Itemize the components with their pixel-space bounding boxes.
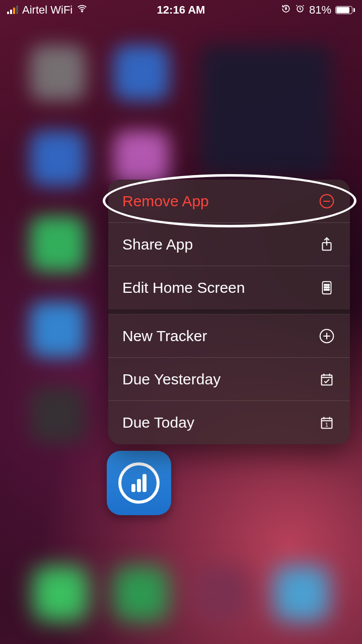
svg-point-8 (326, 284, 328, 286)
menu-item-share-app[interactable]: Share App (108, 223, 350, 266)
battery-percentage: 81% (309, 4, 331, 17)
calendar-day-icon: 1 (318, 414, 336, 432)
plus-circle-icon (318, 327, 336, 345)
wifi-icon (77, 3, 88, 17)
menu-item-label: Due Yesterday (122, 371, 221, 388)
dock-blurred (20, 558, 342, 629)
battery-icon (335, 6, 355, 14)
menu-item-new-tracker[interactable]: New Tracker (108, 314, 350, 358)
svg-rect-19 (322, 375, 332, 385)
svg-point-13 (324, 289, 326, 290)
menu-item-due-today[interactable]: Due Today 1 (108, 401, 350, 444)
signal-icon (7, 6, 18, 14)
menu-item-label: Remove App (122, 193, 209, 210)
app-context-menu: Remove App Share App Edit Home Screen Ne… (108, 180, 350, 444)
svg-point-9 (328, 284, 329, 286)
svg-text:1: 1 (325, 422, 328, 428)
svg-point-11 (326, 287, 328, 288)
app-icon-tracker[interactable] (107, 451, 171, 515)
svg-rect-1 (285, 8, 286, 10)
svg-point-14 (326, 289, 328, 290)
menu-item-due-yesterday[interactable]: Due Yesterday (108, 358, 350, 401)
menu-item-label: New Tracker (122, 328, 207, 345)
menu-item-label: Edit Home Screen (122, 279, 245, 296)
time-label: 12:16 AM (157, 4, 205, 17)
menu-item-remove-app[interactable]: Remove App (108, 180, 350, 223)
menu-separator (108, 309, 350, 314)
svg-point-15 (328, 289, 329, 290)
menu-item-label: Share App (122, 236, 193, 253)
share-icon (318, 235, 336, 254)
orientation-lock-icon (281, 4, 291, 17)
svg-rect-24 (137, 479, 141, 492)
svg-rect-23 (131, 484, 135, 492)
alarm-icon (295, 4, 305, 17)
calendar-check-icon (318, 370, 336, 388)
apps-grid-icon (318, 279, 336, 297)
svg-point-7 (324, 284, 326, 286)
status-bar: Airtel WiFi 12:16 AM 81% (0, 0, 362, 20)
svg-point-10 (324, 287, 326, 288)
minus-circle-icon (318, 192, 336, 210)
svg-point-12 (328, 287, 329, 288)
svg-rect-25 (142, 474, 147, 492)
menu-item-label: Due Today (122, 414, 194, 431)
carrier-label: Airtel WiFi (22, 4, 73, 17)
menu-item-edit-home-screen[interactable]: Edit Home Screen (108, 266, 350, 309)
svg-point-0 (82, 11, 83, 12)
